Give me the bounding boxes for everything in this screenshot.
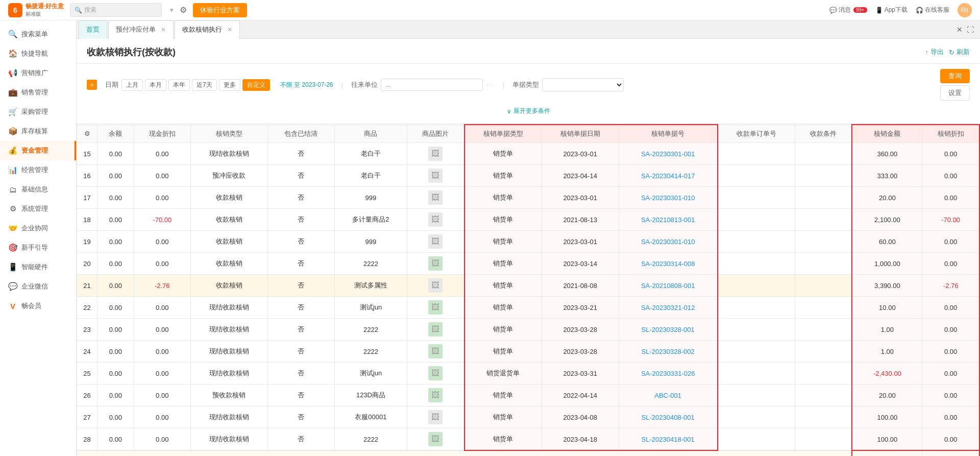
receipt-order-num-cell: [718, 253, 795, 275]
sidebar-item-inventory[interactable]: 📦 库存核算: [0, 122, 76, 141]
sidebar-item-search[interactable]: 🔍 搜索菜单: [0, 25, 76, 44]
expand-tab-icon[interactable]: ⛶: [967, 26, 974, 34]
sidebar-item-guide[interactable]: 🎯 新手引导: [0, 238, 76, 257]
sidebar-item-operations[interactable]: 📊 经营管理: [0, 160, 76, 180]
cancel-num-cell: SA-20210808-001: [619, 275, 718, 297]
collection-tab-close-icon[interactable]: ✕: [227, 26, 232, 33]
cancel-num-cell: SL-20230418-001: [619, 428, 718, 451]
partner-input[interactable]: [381, 79, 483, 91]
goods-image: 🖼: [428, 300, 443, 315]
sidebar-item-marketing[interactable]: 📢 营销推广: [0, 63, 76, 83]
filter-settings-btn[interactable]: 设置: [940, 85, 970, 101]
goods-image: 🖼: [428, 322, 443, 337]
table-wrapper: ⚙ 余额 现金折扣 核销类型 包含已结清 商品 商品图片 核销单据类型 核销单据…: [77, 124, 980, 456]
cancel-voucher-type-cell: 销货退货单: [464, 363, 542, 385]
cancel-voucher-type-cell: 销货单: [464, 209, 542, 231]
app-download-btn[interactable]: 📱 App下载: [875, 6, 908, 14]
th-cancel-amount: 核销金额: [852, 125, 922, 143]
sidebar-item-member[interactable]: V 畅会员: [0, 296, 76, 316]
cancel-type-cell: 收款核销: [190, 209, 267, 231]
include-settled-cell: 否: [267, 297, 334, 319]
include-settled-cell: 否: [267, 143, 334, 165]
this-month-btn[interactable]: 本月: [145, 79, 166, 91]
sidebar-item-wechat[interactable]: 💬 企业微信: [0, 277, 76, 296]
goods-cell: 999: [334, 231, 407, 253]
receipt-order-num-cell: [718, 428, 795, 451]
wechat-icon: 💬: [8, 282, 17, 291]
user-avatar[interactable]: Rit: [958, 3, 972, 17]
sidebar-item-quicknav[interactable]: 🏠 快捷导航: [0, 44, 76, 63]
last-7days-btn[interactable]: 近7天: [192, 79, 217, 91]
this-year-btn[interactable]: 本年: [168, 79, 190, 91]
sidebar-item-collab[interactable]: 🤝 企业协同: [0, 219, 76, 238]
table-row: 22 0.00 0.00 现结收款核销 否 测试jun 🖼 销货单 2023-0…: [77, 297, 980, 319]
cancel-num-cell: SA-20230301-010: [619, 231, 718, 253]
tab-home[interactable]: 首页: [79, 20, 107, 39]
expand-icon: ∨: [507, 108, 511, 115]
expand-more-btn[interactable]: ∨ 展开更多条件: [507, 107, 550, 115]
receipt-condition-cell: [795, 209, 852, 231]
cancel-voucher-type-cell: 销货单: [464, 385, 542, 406]
more-date-btn[interactable]: 更多: [219, 79, 240, 91]
cancel-amount-cell: -2,430.00: [852, 363, 922, 385]
goods-cell: 2222: [334, 341, 407, 363]
cancel-amount-cell: 1,000.00: [852, 253, 922, 275]
goods-img-cell: 🖼: [407, 209, 464, 231]
goods-image: 🖼: [428, 190, 443, 205]
sales-icon: 💼: [8, 88, 17, 97]
goods-cell: 2222: [334, 319, 407, 341]
table-row: 17 0.00 0.00 收款核销 否 999 🖼 销货单 2023-03-01…: [77, 187, 980, 209]
basic-icon: 🗂: [8, 185, 17, 194]
settings-icon[interactable]: ⚙: [180, 5, 187, 15]
sidebar-item-hardware[interactable]: 📱 智能硬件: [0, 257, 76, 277]
cancel-voucher-type-cell: 销货单: [464, 143, 542, 165]
home-tab-label: 首页: [86, 25, 100, 34]
industry-btn[interactable]: 休验行业方案: [193, 3, 247, 17]
close-tab-icon[interactable]: ✕: [957, 26, 963, 34]
sidebar-item-basic[interactable]: 🗂 基础信息: [0, 180, 76, 199]
sidebar-item-system[interactable]: ⚙ 系统管理: [0, 199, 76, 219]
sidebar-item-finance[interactable]: 💰 资金管理: [0, 141, 76, 160]
refresh-btn[interactable]: ↻ 刷新: [949, 47, 970, 57]
last-month-btn[interactable]: 上月: [121, 79, 143, 91]
filter-bar: » 日期 上月 本月 本年 近7天 更多 自定义 不限 至 2023-07-26: [77, 64, 980, 124]
cancel-type-cell: 现结收款核销: [190, 143, 267, 165]
voucher-type-select[interactable]: [542, 78, 624, 91]
query-btn[interactable]: 查询: [940, 69, 970, 83]
th-gear[interactable]: ⚙: [77, 125, 97, 143]
custom-date-btn[interactable]: 自定义: [242, 79, 270, 91]
cancel-type-cell: 预冲应收款: [190, 165, 267, 187]
cancel-date-cell: 2022-04-14: [542, 385, 619, 406]
export-btn[interactable]: ↑ 导出: [925, 47, 944, 57]
messages-btn[interactable]: 💬 消息 99+: [829, 6, 867, 14]
table-row: 28 0.00 0.00 现结收款核销 否 2222 🖼 销货单 2023-04…: [77, 428, 980, 451]
prepay-tab-close-icon[interactable]: ✕: [161, 26, 166, 33]
goods-cell: 999: [334, 187, 407, 209]
cash-discount-cell: 0.00: [134, 297, 190, 319]
seq-cell: 18: [77, 209, 97, 231]
cash-discount-cell: 0.00: [134, 253, 190, 275]
marketing-icon: 📢: [8, 68, 17, 78]
table-row: 16 0.00 0.00 预冲应收款 否 老白干 🖼 销货单 2023-04-1…: [77, 165, 980, 187]
voucher-type-filter: 单据类型: [512, 78, 624, 91]
main-layout: 🔍 搜索菜单 🏠 快捷导航 📢 营销推广 💼 销售管理 🛒 采购管理 📦 库存核…: [0, 20, 980, 456]
cancel-type-cell: 预收款核销: [190, 385, 267, 406]
goods-image: 🖼: [428, 432, 443, 446]
seq-cell: 23: [77, 319, 97, 341]
cancel-date-cell: 2023-04-08: [542, 406, 619, 428]
receipt-condition-cell: [795, 231, 852, 253]
filter-toggle-btn[interactable]: »: [87, 80, 97, 90]
sidebar-item-sales[interactable]: 💼 销售管理: [0, 83, 76, 102]
goods-cell: 123D商品: [334, 385, 407, 406]
member-icon: V: [8, 302, 17, 310]
tab-collection[interactable]: 收款核销执行 ✕: [175, 20, 240, 39]
search-dropdown-icon[interactable]: ▾: [170, 6, 174, 14]
balance-cell: 0.00: [97, 231, 134, 253]
cancel-amount-cell: 3,390.00: [852, 275, 922, 297]
sidebar-item-purchase[interactable]: 🛒 采购管理: [0, 102, 76, 122]
search-box[interactable]: 🔍 搜索: [70, 3, 162, 17]
balance-cell: 0.00: [97, 143, 134, 165]
cancel-date-cell: 2023-03-31: [542, 363, 619, 385]
tab-prepay[interactable]: 预付冲应付单 ✕: [108, 20, 174, 39]
online-service-btn[interactable]: 🎧 在线客服: [916, 6, 949, 14]
